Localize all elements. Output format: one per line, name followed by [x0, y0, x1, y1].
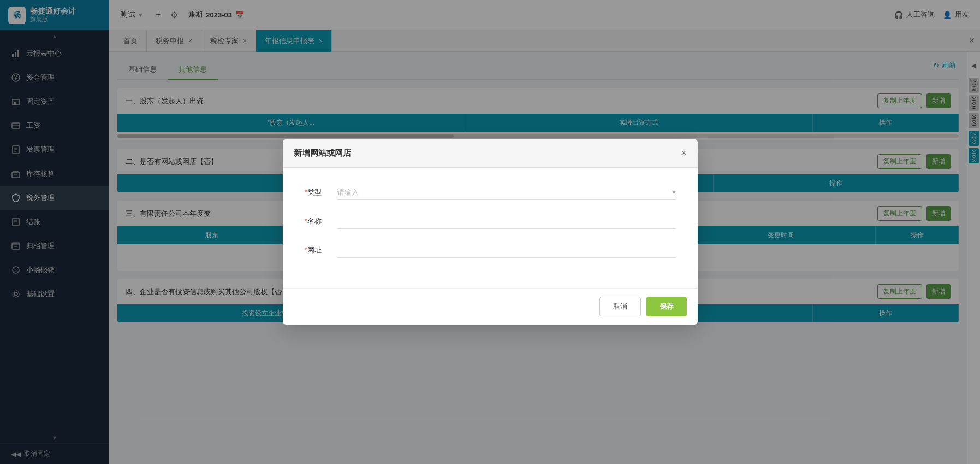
form-input-name-wrap	[337, 214, 676, 229]
modal-cancel-button[interactable]: 取消	[599, 297, 641, 316]
form-input-url-wrap	[337, 243, 676, 258]
modal-title: 新增网站或网店	[294, 148, 351, 158]
form-label-url: *网址	[305, 245, 337, 255]
type-input[interactable]	[337, 188, 672, 196]
form-label-type: *类型	[305, 187, 337, 197]
name-input[interactable]	[337, 217, 676, 225]
form-field-type: *类型 ▾	[305, 184, 676, 200]
form-field-url: *网址	[305, 243, 676, 258]
modal-overlay: 新增网站或网店 × *类型 ▾ *名称	[0, 0, 980, 464]
type-dropdown-icon[interactable]: ▾	[672, 187, 676, 196]
modal-add-website: 新增网站或网店 × *类型 ▾ *名称	[283, 139, 698, 325]
form-label-name: *名称	[305, 216, 337, 226]
modal-header: 新增网站或网店 ×	[283, 139, 698, 168]
url-input[interactable]	[337, 246, 676, 254]
modal-footer: 取消 保存	[283, 288, 698, 325]
modal-body: *类型 ▾ *名称 *网址	[283, 168, 698, 288]
modal-save-button[interactable]: 保存	[646, 297, 687, 316]
form-field-name: *名称	[305, 214, 676, 229]
form-input-type-wrap: ▾	[337, 184, 676, 200]
modal-close-button[interactable]: ×	[681, 148, 687, 159]
